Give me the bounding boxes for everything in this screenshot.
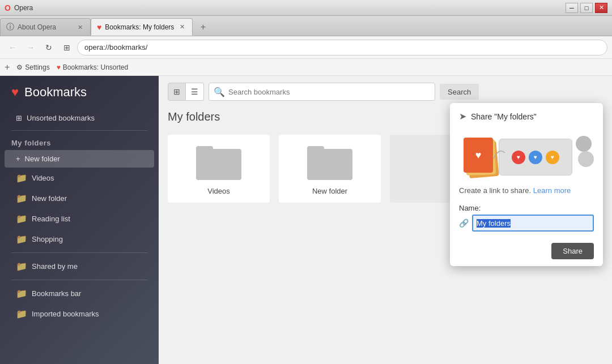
share-name-input[interactable] <box>472 215 594 232</box>
sidebar-item-shared-by-me[interactable]: 📁 Shared by me <box>5 256 154 276</box>
main-layout: ♥ Bookmarks ⊞ Unsorted bookmarks My fold… <box>0 76 612 364</box>
new-folder-2-label: New folder <box>32 194 67 203</box>
share-arrow-icon: ➤ <box>459 111 466 122</box>
shopping-label: Shopping <box>32 235 63 243</box>
add-bookmark-button[interactable]: + <box>5 62 10 72</box>
minimize-button[interactable]: ─ <box>566 3 578 13</box>
link-icon: 🔗 <box>459 219 469 228</box>
tab-about-close[interactable]: ✕ <box>75 23 84 32</box>
sidebar-title: Bookmarks <box>24 85 87 100</box>
sidebar-item-unsorted[interactable]: ⊞ Unsorted bookmarks <box>5 109 154 127</box>
sidebar-item-imported[interactable]: 📁 Imported bookmarks <box>5 304 154 324</box>
sidebar-divider-3 <box>11 280 147 280</box>
folder-icon-shopping: 📁 <box>16 234 27 245</box>
grid-icon: ⊞ <box>16 114 22 122</box>
share-arrow-curve <box>491 144 508 161</box>
sidebar-item-reading-list[interactable]: 📁 Reading list <box>5 209 154 229</box>
sidebar-item-new-folder-2[interactable]: 📁 New folder <box>5 189 154 208</box>
share-dialog-share-button[interactable]: Share <box>551 243 594 259</box>
sidebar-item-shopping[interactable]: 📁 Shopping <box>5 229 154 249</box>
grid-view-button[interactable]: ⊞ <box>59 40 75 55</box>
sidebar-header: ♥ Bookmarks <box>0 76 159 109</box>
search-box: 🔍 <box>209 83 435 101</box>
folder-icon-videos: 📁 <box>16 173 27 183</box>
content-title: My folders <box>168 110 220 123</box>
person-icon-2 <box>578 151 594 167</box>
bookmark-settings[interactable]: ⚙ Settings <box>16 63 49 71</box>
tab-about-label: About Opera <box>18 23 56 31</box>
folder-icon-new-folder-2: 📁 <box>16 193 27 204</box>
new-tab-button[interactable]: + <box>195 19 211 35</box>
content-area: ⊞ ☰ 🔍 Search My folders Share <box>159 76 612 364</box>
folder-visual-videos <box>196 146 241 180</box>
list-view-toggle[interactable]: ☰ <box>186 83 204 101</box>
tab-bookmarks[interactable]: ♥ Bookmarks: My folders ✕ <box>91 18 193 36</box>
search-button[interactable]: Search <box>440 84 479 100</box>
folder-icon-bookmarks-bar: 📁 <box>16 288 27 299</box>
share-dialog-footer: Share <box>450 238 603 266</box>
reload-button[interactable]: ↻ <box>41 40 57 55</box>
tab-bookmarks-icon: ♥ <box>97 23 101 32</box>
title-bar-text: Opera <box>14 4 33 12</box>
opera-logo: O <box>5 3 11 12</box>
sidebar-divider-1 <box>11 130 147 131</box>
folder-shape <box>196 149 241 180</box>
folder-visual-new-folder <box>307 146 352 180</box>
bookmark-bar: + ⚙ Settings ♥ Bookmarks: Unsorted <box>0 59 612 76</box>
my-folders-section-title: My folders <box>0 134 159 149</box>
sidebar-divider-2 <box>11 252 147 253</box>
address-input[interactable] <box>77 40 607 55</box>
view-toggle: ⊞ ☰ <box>168 83 204 101</box>
sidebar-item-videos[interactable]: 📁 Videos <box>5 168 154 188</box>
person-icon-1 <box>576 136 592 152</box>
badge-blue: ♥ <box>529 151 542 164</box>
search-icon: 🔍 <box>214 87 225 97</box>
folder-icon-reading-list: 📁 <box>16 213 27 224</box>
tab-about-icon: ⓘ <box>6 22 14 32</box>
imported-label: Imported bookmarks <box>32 310 99 318</box>
sidebar: ♥ Bookmarks ⊞ Unsorted bookmarks My fold… <box>0 76 159 364</box>
maximize-button[interactable]: □ <box>580 3 593 13</box>
folder-card-videos[interactable]: Videos <box>168 135 270 203</box>
folder-icon-shared: 📁 <box>16 261 27 272</box>
unsorted-bookmarks-label: Unsorted bookmarks <box>27 114 95 122</box>
learn-more-link[interactable]: Learn more <box>533 186 571 195</box>
sidebar-item-bookmarks-bar[interactable]: 📁 Bookmarks bar <box>5 284 154 303</box>
shared-by-me-label: Shared by me <box>32 262 78 271</box>
folder-icon-imported: 📁 <box>16 309 27 319</box>
badge-orange: ♥ <box>546 151 559 164</box>
heart-icon: ♥ <box>57 63 61 71</box>
bookmark-unsorted[interactable]: ♥ Bookmarks: Unsorted <box>57 63 129 71</box>
tab-bookmarks-close[interactable]: ✕ <box>177 23 186 32</box>
share-name-label: Name: <box>450 199 603 215</box>
share-dialog-title: Share "My folders" <box>471 112 537 121</box>
sidebar-item-new-folder[interactable]: + New folder <box>5 150 154 168</box>
sidebar-heart-icon: ♥ <box>11 85 19 100</box>
share-illustration: ♥ ♥ ♥ ♥ <box>450 127 603 184</box>
back-button[interactable]: ← <box>5 40 20 55</box>
nav-bar: ← → ↻ ⊞ <box>0 36 612 59</box>
folder-shape-2 <box>307 149 352 180</box>
share-dialog: ➤ Share "My folders" ♥ <box>450 103 603 266</box>
unsorted-label: Bookmarks: Unsorted <box>63 63 128 71</box>
settings-label: Settings <box>25 63 49 71</box>
sidebar-scroll[interactable]: ⊞ Unsorted bookmarks My folders + New fo… <box>0 109 159 364</box>
tab-about[interactable]: ⓘ About Opera ✕ <box>0 18 91 36</box>
folder-card-new-folder[interactable]: New folder <box>279 135 381 203</box>
new-folder-label: New folder <box>25 155 60 163</box>
share-name-input-wrap: 🔗 <box>450 215 603 238</box>
close-button[interactable]: ✕ <box>595 3 607 13</box>
add-folder-icon: + <box>16 155 20 163</box>
search-input[interactable] <box>228 88 430 96</box>
tab-bar: ⓘ About Opera ✕ ♥ Bookmarks: My folders … <box>0 16 612 36</box>
grid-view-toggle[interactable]: ⊞ <box>168 83 186 101</box>
forward-button[interactable]: → <box>23 40 39 55</box>
tab-bookmarks-label: Bookmarks: My folders <box>105 23 174 31</box>
videos-label: Videos <box>32 174 54 182</box>
share-description: Create a link to share. Learn more <box>450 184 603 199</box>
folder-label-new-folder: New folder <box>312 187 347 195</box>
window-controls: ─ □ ✕ <box>566 3 607 13</box>
badge-red: ♥ <box>512 151 525 164</box>
settings-icon: ⚙ <box>16 63 23 71</box>
title-bar: O Opera ─ □ ✕ <box>0 0 612 16</box>
